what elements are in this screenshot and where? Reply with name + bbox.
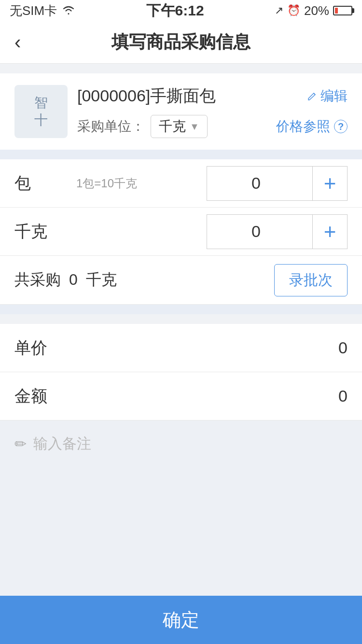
confirm-button[interactable]: 确定 bbox=[0, 596, 362, 644]
battery-percent: 20% bbox=[304, 3, 329, 18]
chevron-down-icon: ▼ bbox=[190, 121, 199, 132]
info-icon: ? bbox=[334, 120, 348, 133]
price-row-unit: 单价 0 bbox=[0, 324, 362, 372]
unit-price-value: 0 bbox=[338, 338, 348, 357]
unit-select[interactable]: 千克 ▼ bbox=[151, 115, 208, 138]
remark-placeholder: 输入备注 bbox=[33, 434, 91, 454]
remark-section[interactable]: ✏ 输入备注 bbox=[0, 420, 362, 467]
bao-input-wrapper: + bbox=[137, 166, 348, 201]
product-card: 智 十 [0000006]手撕面包 编辑 采购单位： 千克 ▼ bbox=[0, 73, 362, 150]
summary-amount: 0 bbox=[69, 271, 78, 288]
unit-value: 千克 bbox=[159, 117, 186, 136]
page-title: 填写商品采购信息 bbox=[111, 30, 251, 54]
unit-label: 采购单位： bbox=[77, 117, 145, 136]
separator-2 bbox=[0, 305, 362, 314]
carrier-text: 无SIM卡 bbox=[10, 2, 57, 19]
product-name: [0000006]手撕面包 bbox=[77, 85, 216, 107]
product-unit-row: 采购单位： 千克 ▼ 价格参照 ? bbox=[77, 115, 348, 138]
bao-sublabel: 1包=10千克 bbox=[76, 176, 137, 191]
status-bar-right: ↗ ⏰ 20% bbox=[275, 3, 352, 18]
product-logo: 智 十 bbox=[34, 94, 48, 129]
battery-icon bbox=[333, 6, 352, 15]
input-row-bao: 包 1包=10千克 + bbox=[0, 159, 362, 208]
status-bar: 无SIM卡 下午6:12 ↗ ⏰ 20% bbox=[0, 0, 362, 21]
summary-row: 共采购 0 千克 录批次 bbox=[0, 256, 362, 304]
summary-unit: 千克 bbox=[86, 271, 117, 288]
batch-button[interactable]: 录批次 bbox=[274, 264, 348, 296]
separator-1 bbox=[0, 150, 362, 159]
wifi-icon bbox=[62, 3, 75, 18]
product-name-row: [0000006]手撕面包 编辑 bbox=[77, 85, 348, 107]
price-row-amount: 金额 0 bbox=[0, 372, 362, 420]
kg-input-wrapper: + bbox=[72, 214, 348, 249]
bao-label: 包 bbox=[14, 172, 72, 195]
kg-input[interactable] bbox=[207, 214, 313, 249]
alarm-icon: ⏰ bbox=[287, 4, 300, 17]
pencil-icon: ✏ bbox=[14, 435, 27, 452]
nav-bar: ‹ 填写商品采购信息 bbox=[0, 21, 362, 64]
product-image: 智 十 bbox=[14, 85, 68, 138]
product-info: [0000006]手撕面包 编辑 采购单位： 千克 ▼ 价格参照 ? bbox=[77, 85, 348, 138]
status-bar-time: 下午6:12 bbox=[146, 1, 204, 21]
input-row-kg: 千克 + bbox=[0, 208, 362, 256]
kg-plus-button[interactable]: + bbox=[313, 214, 348, 249]
price-section: 单价 0 金额 0 bbox=[0, 324, 362, 420]
edit-label: 编辑 bbox=[320, 87, 348, 105]
amount-label: 金额 bbox=[14, 385, 47, 407]
unit-price-label: 单价 bbox=[14, 337, 47, 359]
bao-input[interactable] bbox=[207, 166, 313, 201]
back-button[interactable]: ‹ bbox=[14, 27, 30, 58]
summary-text: 共采购 0 千克 bbox=[14, 269, 117, 291]
bao-plus-button[interactable]: + bbox=[313, 166, 348, 201]
input-section: 包 1包=10千克 + 千克 + bbox=[0, 159, 362, 256]
summary-prefix: 共采购 bbox=[14, 271, 61, 288]
location-icon: ↗ bbox=[275, 4, 283, 17]
kg-label: 千克 bbox=[14, 221, 72, 243]
edit-button[interactable]: 编辑 bbox=[307, 87, 348, 105]
summary-section: 共采购 0 千克 录批次 bbox=[0, 256, 362, 305]
status-bar-left: 无SIM卡 bbox=[10, 2, 75, 19]
price-ref-label: 价格参照 bbox=[276, 117, 330, 136]
amount-value: 0 bbox=[338, 387, 348, 406]
price-ref-button[interactable]: 价格参照 ? bbox=[276, 117, 348, 136]
